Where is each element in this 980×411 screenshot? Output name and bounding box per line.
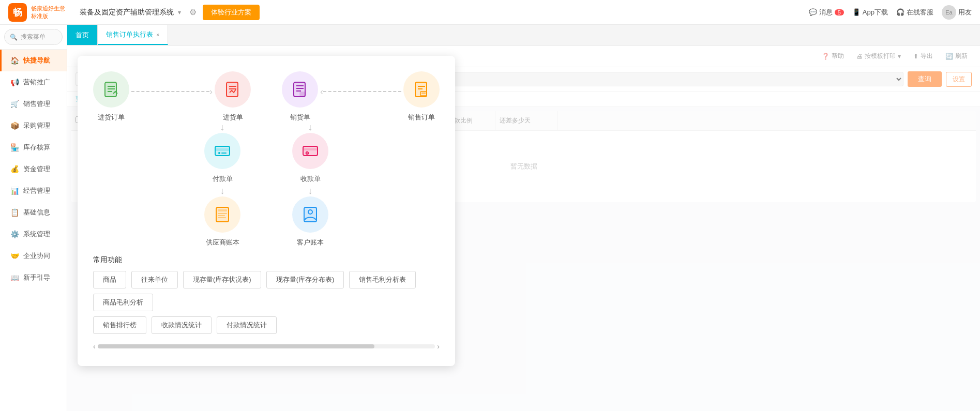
modal-overlay: 进货订单 ›	[67, 45, 980, 411]
svg-rect-14	[300, 92, 305, 96]
supplier-account-circle	[204, 196, 240, 233]
search-icon: 🔍	[10, 34, 18, 41]
common-funcs: 常用功能 商品 往来单位 现存量(库存状况表) 现存量(库存分布表) 销售毛利分…	[93, 255, 440, 334]
func-buttons-row1: 商品 往来单位 现存量(库存状况表) 现存量(库存分布表) 销售毛利分析表 商品…	[93, 271, 440, 311]
sidebar-item-enterprise[interactable]: 🤝 企业协同	[0, 245, 67, 267]
svg-rect-25	[221, 153, 227, 154]
sidebar-item-basic[interactable]: 📋 基础信息	[0, 202, 67, 223]
flow-item-sales-bill[interactable]: 销货单	[282, 71, 318, 122]
purchase-icon: 📦	[10, 121, 19, 130]
flow-item-supplier-account[interactable]: 供应商账本	[204, 196, 240, 247]
enterprise-icon: 🤝	[10, 252, 19, 260]
sidebar-item-inventory[interactable]: 🏪 库存核算	[0, 136, 67, 158]
scroll-left-arrow[interactable]: ‹	[93, 342, 96, 351]
sidebar-item-operation[interactable]: 📊 经营管理	[0, 180, 67, 202]
scroll-right-arrow[interactable]: ›	[437, 342, 440, 351]
sidebar-item-guide[interactable]: 📖 新手引导	[0, 267, 67, 288]
download-icon: 📱	[852, 8, 861, 16]
svg-rect-36	[218, 217, 226, 218]
customer-account-circle	[292, 196, 328, 233]
scrollbar-thumb	[98, 344, 374, 348]
content-main: ❓ 帮助 🖨 按模板打印 ▾ ⬆ 导出 🔄 刷新	[67, 45, 980, 411]
sidebar-search-btn[interactable]: 🔍 搜索菜单	[4, 29, 63, 45]
payment-circle	[204, 133, 240, 169]
main-area: 🔍 搜索菜单 🏠 快捷导航 📢 营销推广 🛒 销售管理 📦 采购管理	[0, 25, 980, 411]
func-btn-counterpart[interactable]: 往来单位	[131, 271, 178, 288]
logo-text: 畅康通好生意标准版	[31, 5, 65, 20]
modal-scrollbar-area: ‹ ›	[93, 342, 440, 351]
tab-home[interactable]: 首页	[67, 25, 98, 45]
sales-order-circle	[403, 71, 440, 108]
purchase-bill-circle	[215, 71, 251, 108]
flow-item-payment[interactable]: 付款单	[204, 133, 240, 184]
sidebar: 🔍 搜索菜单 🏠 快捷导航 📢 营销推广 🛒 销售管理 📦 采购管理	[0, 25, 67, 411]
top-bar: 畅 畅康通好生意标准版 装备及固定资产辅助管理系统 ▾ ⚙ 体验行业方案 💬 消…	[0, 0, 980, 25]
trial-btn[interactable]: 体验行业方案	[203, 5, 260, 20]
svg-rect-35	[218, 215, 225, 216]
logo-icon: 畅	[8, 3, 27, 22]
sidebar-item-sales[interactable]: 🛒 销售管理	[0, 93, 67, 115]
tab-sales-order[interactable]: 销售订单执行表 ×	[98, 25, 168, 45]
flow-diagram: 进货订单 ›	[93, 71, 440, 247]
app-download-btn[interactable]: 📱 App下载	[852, 8, 888, 17]
svg-rect-23	[215, 148, 230, 151]
scrollbar-track[interactable]	[98, 344, 435, 348]
func-btn-product[interactable]: 商品	[93, 271, 126, 288]
app-container: 畅 畅康通好生意标准版 装备及固定资产辅助管理系统 ▾ ⚙ 体验行业方案 💬 消…	[0, 0, 980, 411]
flow-item-purchase-order[interactable]: 进货订单	[93, 71, 129, 122]
basic-icon: 📋	[10, 208, 19, 217]
func-btn-product-margin[interactable]: 商品毛利分析	[93, 294, 153, 311]
inventory-icon: 🏪	[10, 143, 19, 151]
system-name: 装备及固定资产辅助管理系统	[80, 8, 174, 17]
system-title: 装备及固定资产辅助管理系统 ▾ ⚙	[80, 7, 197, 17]
content-area: 首页 销售订单执行表 × ❓ 帮助 🖨	[67, 25, 980, 411]
user-area[interactable]: Ea 用友	[942, 5, 972, 20]
sidebar-item-finance[interactable]: 💰 资金管理	[0, 158, 67, 180]
func-btn-receipt-stat[interactable]: 收款情况统计	[152, 316, 212, 334]
flow-item-purchase-bill[interactable]: 进货单	[215, 71, 251, 122]
message-badge: 5	[835, 9, 844, 16]
svg-rect-33	[218, 209, 227, 211]
sidebar-item-system[interactable]: ⚙️ 系统管理	[0, 223, 67, 245]
message-icon: 💬	[809, 8, 817, 16]
func-btn-payment-stat[interactable]: 付款情况统计	[217, 316, 277, 334]
func-btn-sales-margin[interactable]: 销售毛利分析表	[349, 271, 416, 288]
receipt-circle	[292, 133, 328, 169]
avatar: Ea	[942, 5, 956, 20]
svg-point-24	[218, 152, 220, 154]
tab-close-icon[interactable]: ×	[156, 32, 159, 38]
svg-rect-34	[218, 213, 227, 214]
func-btn-sales-rank[interactable]: 销售排行榜	[93, 316, 146, 334]
system-icon: ⚙️	[10, 230, 19, 238]
guide-icon: 📖	[10, 273, 19, 282]
home-icon: 🏠	[10, 56, 19, 65]
dropdown-icon[interactable]: ▾	[178, 9, 181, 16]
tab-bar: 首页 销售订单执行表 ×	[67, 25, 980, 45]
service-icon: 🎧	[896, 8, 904, 16]
sidebar-item-quick-nav[interactable]: 🏠 快捷导航	[0, 50, 67, 71]
marketing-icon: 📢	[10, 78, 19, 86]
top-right: 💬 消息 5 📱 App下载 🎧 在线客服 Ea 用友	[809, 5, 972, 20]
sales-icon: 🛒	[10, 100, 19, 108]
sidebar-item-purchase[interactable]: 📦 采购管理	[0, 115, 67, 136]
sidebar-item-marketing[interactable]: 📢 营销推广	[0, 71, 67, 93]
svg-rect-26	[303, 146, 318, 156]
func-btn-inventory-status[interactable]: 现存量(库存状况表)	[183, 271, 261, 288]
func-btn-inventory-dist[interactable]: 现存量(库存分布表)	[266, 271, 344, 288]
func-buttons-row2: 销售排行榜 收款情况统计 付款情况统计	[93, 316, 440, 334]
logo-area: 畅 畅康通好生意标准版	[8, 3, 76, 22]
flow-item-sales-order[interactable]: 销售订单	[403, 71, 440, 122]
flow-item-customer-account[interactable]: 客户账本	[292, 196, 328, 247]
finance-icon: 💰	[10, 165, 19, 173]
modal-box: 进货订单 ›	[78, 56, 455, 366]
online-service-btn[interactable]: 🎧 在线客服	[896, 8, 933, 17]
sales-bill-circle	[282, 71, 318, 108]
settings-icon[interactable]: ⚙	[189, 7, 197, 17]
flow-item-receipt[interactable]: 收款单	[292, 133, 328, 184]
message-btn[interactable]: 💬 消息 5	[809, 8, 844, 17]
svg-rect-28	[303, 148, 318, 150]
operation-icon: 📊	[10, 187, 19, 195]
common-funcs-title: 常用功能	[93, 255, 440, 265]
purchase-order-circle	[93, 71, 129, 108]
sidebar-search-area: 🔍 搜索菜单	[0, 25, 67, 50]
